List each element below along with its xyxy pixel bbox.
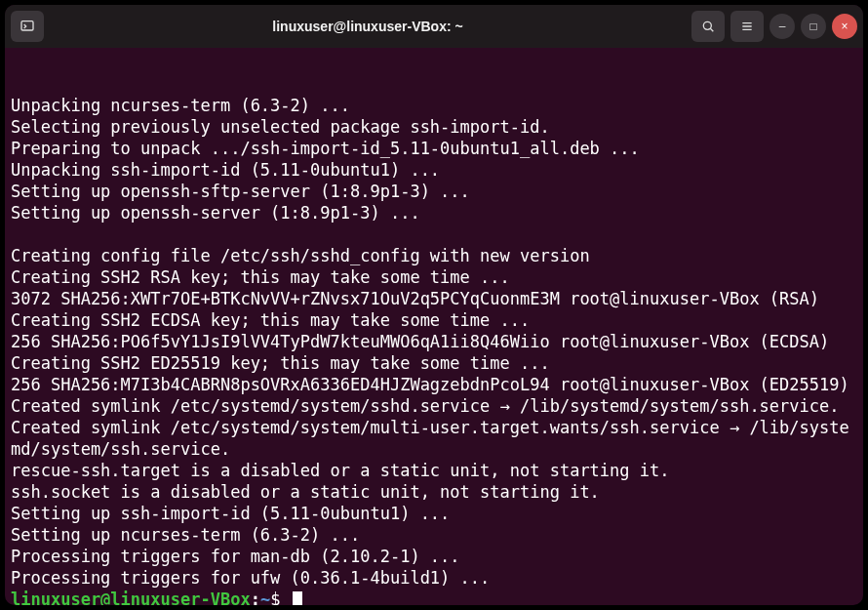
prompt-colon: : (251, 590, 260, 605)
maximize-button[interactable]: □ (801, 14, 826, 39)
close-button[interactable]: × (832, 14, 857, 39)
menu-button[interactable] (730, 11, 764, 42)
svg-line-2 (710, 28, 713, 31)
prompt-path: ~ (260, 590, 270, 605)
titlebar: linuxuser@linuxuser-VBox: ~ – □ × (5, 5, 863, 48)
terminal-body[interactable]: Unpacking ncurses-term (6.3-2) ... Selec… (5, 48, 863, 605)
svg-rect-0 (21, 21, 33, 30)
svg-point-1 (703, 21, 711, 29)
cursor (293, 591, 302, 605)
maximize-icon: □ (809, 20, 816, 33)
minimize-button[interactable]: – (769, 14, 795, 39)
window-title: linuxuser@linuxuser-VBox: ~ (50, 19, 686, 34)
new-tab-button[interactable] (11, 11, 44, 42)
minimize-icon: – (779, 20, 786, 33)
terminal-window: linuxuser@linuxuser-VBox: ~ – □ × Unpack… (5, 5, 863, 605)
close-icon: × (841, 20, 848, 33)
prompt-symbol: $ (270, 590, 280, 605)
prompt-user-host: linuxuser@linuxuser-VBox (11, 590, 251, 605)
search-button[interactable] (691, 11, 725, 42)
terminal-output: Unpacking ncurses-term (6.3-2) ... Selec… (11, 95, 857, 589)
